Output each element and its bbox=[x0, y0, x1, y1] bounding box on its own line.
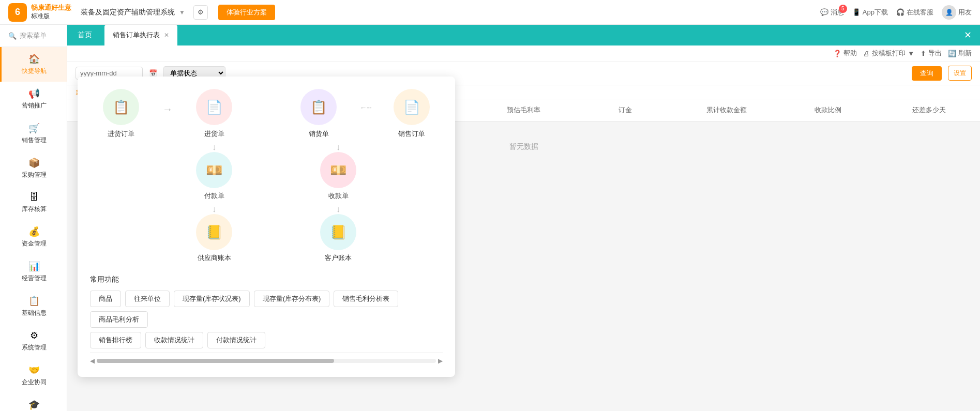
common-functions-title: 常用功能 bbox=[90, 275, 443, 284]
quick-nav-icon: 🏠 bbox=[28, 53, 40, 65]
spacer-left2 bbox=[90, 205, 152, 263]
message-badge: 5 bbox=[839, 5, 847, 13]
scrollbar-thumb bbox=[97, 359, 334, 363]
spacer-left bbox=[90, 143, 152, 201]
flow-item-purchase-bill[interactable]: 📄 进货单 bbox=[183, 89, 245, 139]
func-payment-stats[interactable]: 付款情况统计 bbox=[207, 332, 265, 348]
tab-bar: 首页 销售订单执行表 ✕ ✕ bbox=[67, 25, 980, 45]
receipt-label: 收款单 bbox=[328, 191, 349, 201]
sidebar-item-finance[interactable]: 💰 资金管理 bbox=[0, 220, 67, 254]
customer-ledger-icon: 📒 bbox=[320, 214, 356, 250]
sales-order-label: 销售订单 bbox=[398, 129, 425, 139]
message-button[interactable]: 💬 消息 5 bbox=[820, 8, 844, 17]
sales-bill-label: 销货单 bbox=[309, 129, 329, 139]
arrow-down-payment: ↓ bbox=[212, 143, 216, 152]
sidebar-item-sales[interactable]: 🛒 销售管理 bbox=[0, 116, 67, 151]
sidebar-item-marketing[interactable]: 📢 营销推广 bbox=[0, 82, 67, 116]
sales-bill-icon: 📋 bbox=[300, 89, 337, 125]
func-product-margin[interactable]: 商品毛利分析 bbox=[90, 311, 148, 328]
finance-icon: 💰 bbox=[28, 226, 40, 237]
logo-area: 6 畅康通好生意 标准版 bbox=[8, 3, 76, 22]
customer-ledger-col: ↓ 📒 客户账本 bbox=[307, 205, 369, 263]
basic-icon: 📋 bbox=[28, 295, 40, 307]
scroll-left-arrow[interactable]: ◀ bbox=[90, 357, 95, 364]
page-content: ❓ 帮助 🖨 按模板打印 ▼ ⬆ 导出 🔄 刷新 bbox=[67, 45, 980, 411]
purchase-bill-label: 进货单 bbox=[204, 129, 224, 139]
sidebar-item-quick-nav[interactable]: 🏠 快捷导航 bbox=[0, 47, 67, 82]
func-current-stock-dist[interactable]: 现存量(库存分布表) bbox=[254, 291, 330, 307]
supplier-ledger-icon: 📒 bbox=[196, 214, 232, 250]
sidebar-item-system[interactable]: ⚙ 系统管理 bbox=[0, 324, 67, 358]
spacer4 bbox=[152, 205, 183, 263]
gear-button[interactable]: ⚙ bbox=[193, 5, 208, 20]
enterprise-icon: 🤝 bbox=[28, 364, 40, 376]
logo-text: 畅康通好生意 标准版 bbox=[31, 4, 71, 20]
spacer-arrow1 bbox=[152, 143, 183, 201]
system-name: 装备及固定资产辅助管理系统 bbox=[81, 8, 175, 17]
system-dropdown-arrow[interactable]: ▼ bbox=[179, 9, 185, 16]
sidebar-item-operations[interactable]: 📊 经营管理 bbox=[0, 254, 67, 289]
popup-overlay: 📋 进货订单 → 📄 进货单 bbox=[67, 45, 980, 411]
content-area: 首页 销售订单执行表 ✕ ✕ ❓ 帮助 🖨 bbox=[67, 25, 980, 411]
receipt-col: ↓ 💴 收款单 bbox=[307, 143, 369, 201]
receipt-icon: 💴 bbox=[320, 152, 356, 188]
flow-item-sales-bill[interactable]: 📋 销货单 bbox=[288, 89, 350, 139]
func-partner[interactable]: 往来单位 bbox=[125, 291, 170, 307]
flow-diagram: 📋 进货订单 → 📄 进货单 bbox=[90, 89, 443, 263]
purchase-bill-icon: 📄 bbox=[196, 89, 232, 125]
message-icon: 💬 bbox=[820, 8, 828, 16]
sidebar-item-basic[interactable]: 📋 基础信息 bbox=[0, 289, 67, 324]
top-bar: 6 畅康通好生意 标准版 装备及固定资产辅助管理系统 ▼ ⚙ 体验行业方案 💬 … bbox=[0, 0, 980, 25]
func-current-stock-status[interactable]: 现存量(库存状况表) bbox=[174, 291, 250, 307]
arrow-down-customer: ↓ bbox=[336, 205, 340, 214]
payment-icon: 💴 bbox=[196, 152, 232, 188]
functions-row-2: 销售排行榜 收款情况统计 付款情况统计 bbox=[90, 332, 443, 348]
online-service-button[interactable]: 🎧 在线客服 bbox=[896, 8, 933, 17]
sidebar-item-enterprise[interactable]: 🤝 企业协同 bbox=[0, 358, 67, 393]
spacer2 bbox=[245, 143, 276, 201]
flow-item-sales-order[interactable]: 📄 销售订单 bbox=[381, 89, 443, 139]
arrow-down-receipt: ↓ bbox=[336, 143, 340, 152]
arrow-down-supplier: ↓ bbox=[212, 205, 216, 214]
tab-close-button[interactable]: ✕ bbox=[164, 32, 169, 39]
tab-sales-order[interactable]: 销售订单执行表 ✕ bbox=[104, 25, 177, 45]
window-close-button[interactable]: ✕ bbox=[964, 30, 972, 40]
functions-row-1: 商品 往来单位 现存量(库存状况表) 现存量(库存分布表) 销售毛利分析表 商品… bbox=[90, 291, 443, 328]
flow-item-purchase-order[interactable]: 📋 进货订单 bbox=[90, 89, 152, 139]
top-right-area: 💬 消息 5 📱 App下载 🎧 在线客服 👤 用友 bbox=[820, 5, 972, 20]
scroll-right-arrow[interactable]: ▶ bbox=[438, 357, 443, 364]
func-sales-margin-analysis[interactable]: 销售毛利分析表 bbox=[334, 291, 398, 307]
supplier-ledger-label: 供应商账本 bbox=[198, 253, 231, 263]
common-functions-section: 常用功能 商品 往来单位 现存量(库存状况表) 现存量(库存分布表) 销售毛利分… bbox=[90, 275, 443, 348]
sales-order-icon: 📄 bbox=[394, 89, 430, 125]
experience-button[interactable]: 体验行业方案 bbox=[218, 5, 275, 20]
sidebar: 🔍 搜索菜单 🏠 快捷导航 📢 营销推广 🛒 销售管理 📦 采购管理 bbox=[0, 25, 67, 411]
operations-icon: 📊 bbox=[28, 261, 40, 272]
tab-home[interactable]: 首页 bbox=[67, 25, 102, 45]
logo-icon: 6 bbox=[8, 3, 27, 22]
func-sales-ranking[interactable]: 销售排行榜 bbox=[90, 332, 141, 348]
arrow-sales-dashed: ← - - bbox=[350, 89, 381, 112]
user-menu[interactable]: 👤 用友 bbox=[942, 5, 972, 20]
system-title-area: 装备及固定资产辅助管理系统 ▼ ⚙ 体验行业方案 bbox=[76, 5, 820, 20]
arrow-purchase-to-bill: → bbox=[152, 89, 183, 115]
purchase-order-icon: 📋 bbox=[103, 89, 139, 125]
sidebar-search[interactable]: 🔍 搜索菜单 bbox=[0, 25, 67, 47]
func-receipt-stats[interactable]: 收款情况统计 bbox=[145, 332, 203, 348]
scrollbar-track[interactable] bbox=[97, 359, 436, 363]
supplier-ledger-col: ↓ 📒 供应商账本 bbox=[183, 205, 245, 263]
purchase-icon: 📦 bbox=[28, 157, 40, 169]
popup-box: 📋 进货订单 → 📄 进货单 bbox=[78, 77, 455, 377]
sidebar-item-purchase[interactable]: 📦 采购管理 bbox=[0, 151, 67, 186]
sidebar-item-inventory[interactable]: 🗄 库存核算 bbox=[0, 186, 67, 220]
app-download-button[interactable]: 📱 App下载 bbox=[852, 8, 888, 17]
tab-bar-right: ✕ bbox=[964, 29, 980, 41]
func-product[interactable]: 商品 bbox=[90, 291, 121, 307]
user-avatar: 👤 bbox=[942, 5, 956, 20]
search-icon: 🔍 bbox=[8, 32, 17, 40]
newbie-icon: 🎓 bbox=[28, 399, 40, 410]
sidebar-item-newbie[interactable]: 🎓 新手引导 bbox=[0, 393, 67, 411]
sales-icon: 🛒 bbox=[28, 123, 40, 134]
marketing-icon: 📢 bbox=[28, 88, 40, 99]
payment-label: 付款单 bbox=[204, 191, 224, 201]
